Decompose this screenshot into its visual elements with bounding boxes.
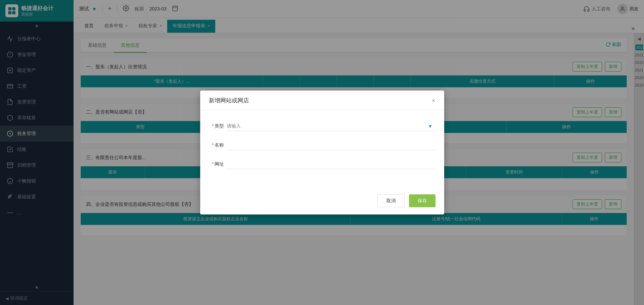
type-label: *类型 (209, 123, 227, 129)
url-required-mark: * (212, 161, 213, 167)
type-select-wrapper: ▼ (227, 121, 436, 131)
modal-title: 新增网站或网店 (209, 97, 249, 105)
name-input-wrapper (227, 140, 436, 150)
url-input[interactable] (227, 159, 436, 169)
type-input[interactable] (227, 121, 436, 131)
url-input-wrapper (227, 159, 436, 169)
type-required-mark: * (212, 123, 213, 129)
modal-body: *类型 ▼ *名称 *网址 (200, 110, 444, 189)
save-button[interactable]: 保存 (409, 194, 436, 207)
modal-field-type: *类型 ▼ (209, 121, 436, 131)
modal-header: 新增网站或网店 × (200, 91, 444, 110)
name-label: *名称 (209, 142, 227, 148)
name-input[interactable] (227, 140, 436, 150)
url-label: *网址 (209, 161, 227, 167)
modal-field-name: *名称 (209, 140, 436, 150)
modal-footer: 取消 保存 (200, 189, 444, 214)
type-dropdown-arrow[interactable]: ▼ (428, 124, 433, 129)
modal-close-button[interactable]: × (432, 97, 436, 105)
modal-add-website: 新增网站或网店 × *类型 ▼ *名称 (200, 91, 444, 214)
name-required-mark: * (212, 142, 213, 148)
modal-field-url: *网址 (209, 159, 436, 169)
modal-overlay: 新增网站或网店 × *类型 ▼ *名称 (0, 0, 644, 305)
cancel-button[interactable]: 取消 (377, 194, 405, 207)
